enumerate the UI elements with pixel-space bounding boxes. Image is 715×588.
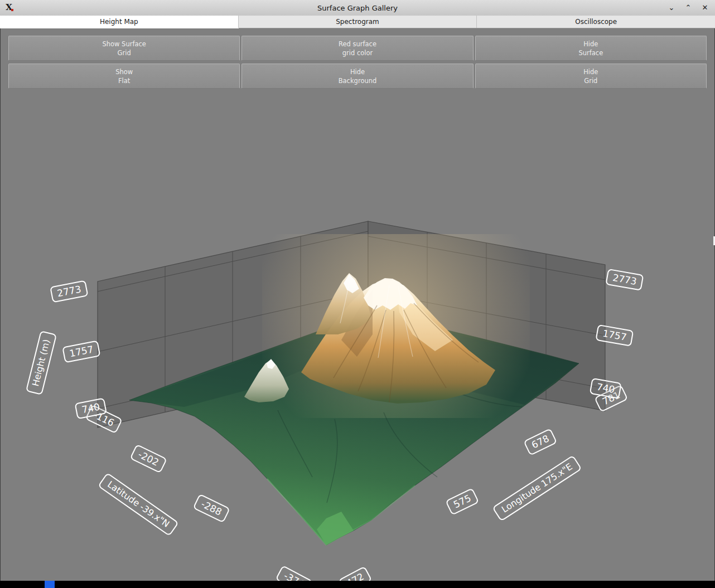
app-window: 2773 1757 -116 740 -202 -288 -374 2773 1…	[0, 0, 715, 588]
tab-spectrogram[interactable]: Spectrogram	[239, 16, 477, 28]
button-label-line1: Hide	[583, 67, 598, 76]
window-maximize-button[interactable]: ⌃	[684, 0, 693, 16]
titlebar[interactable]: X Surface Graph Gallery ⌄ ⌃ ✕	[0, 0, 715, 16]
button-label-line2: Surface	[578, 48, 603, 57]
window-controls: ⌄ ⌃ ✕	[667, 0, 709, 16]
tab-height-map[interactable]: Height Map	[0, 16, 239, 28]
button-label-line1: Show Surface	[102, 40, 146, 48]
hide-grid-button[interactable]: Hide Grid	[475, 64, 707, 89]
app-icon-accent	[11, 9, 13, 11]
button-label-line1: Show	[115, 67, 133, 76]
show-flat-button[interactable]: Show Flat	[8, 64, 240, 89]
button-label-line1: Hide	[583, 40, 598, 48]
hide-background-button[interactable]: Hide Background	[241, 64, 473, 89]
bottom-taskbar-strip	[0, 581, 715, 588]
toolbar: Show Surface Grid Red surface grid color…	[0, 28, 715, 89]
window-shade-button[interactable]: ⌄	[667, 0, 676, 16]
taskbar-blue-indicator	[45, 581, 55, 588]
button-label-line2: Background	[339, 76, 377, 85]
button-label-line2: Grid	[118, 48, 131, 57]
button-label-line2: Grid	[584, 76, 597, 85]
window-close-button[interactable]: ✕	[700, 0, 709, 16]
window-title: Surface Graph Gallery	[317, 4, 398, 12]
button-label-line1: Red surface	[339, 40, 376, 48]
app-icon: X	[4, 3, 13, 12]
tab-oscilloscope[interactable]: Oscilloscope	[477, 16, 715, 28]
show-surface-grid-button[interactable]: Show Surface Grid	[8, 36, 240, 61]
button-label-line2: grid color	[342, 48, 373, 57]
button-label-line1: Hide	[350, 67, 365, 76]
hide-surface-button[interactable]: Hide Surface	[475, 36, 707, 61]
tab-bar: Height Map Spectrogram Oscilloscope	[0, 16, 715, 28]
button-label-line2: Flat	[118, 76, 130, 85]
red-surface-grid-color-button[interactable]: Red surface grid color	[241, 36, 473, 61]
